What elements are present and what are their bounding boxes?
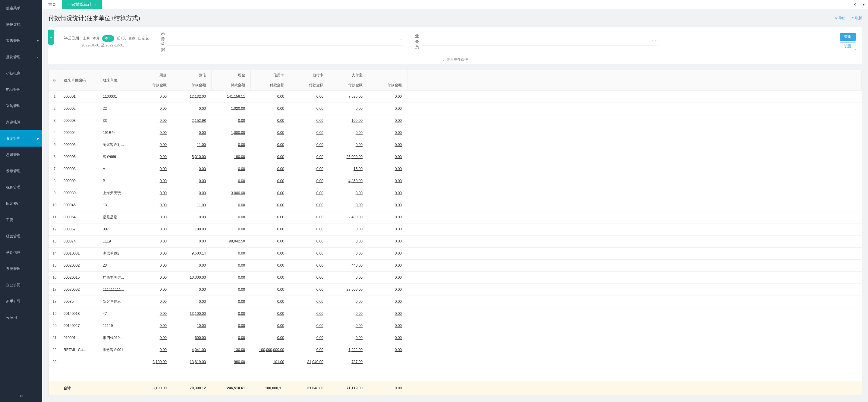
sidebar-item-8[interactable]: 资金管理 (0, 130, 42, 147)
setting-button[interactable]: 设置 (840, 42, 856, 50)
amount-link[interactable]: 0.00 (238, 203, 245, 207)
table-row[interactable]: 1700030002111111111...0.000.000.000.000.… (49, 284, 862, 295)
amount-link[interactable]: 0.00 (355, 143, 363, 147)
sub-header[interactable]: 付款金额 (172, 80, 211, 90)
amount-link[interactable]: 0.00 (238, 299, 245, 304)
amount-link[interactable]: 3,100.00 (153, 360, 167, 364)
amount-link[interactable]: 0.00 (395, 203, 402, 207)
amount-link[interactable]: 0.00 (355, 227, 363, 231)
export-button[interactable]: ⇲ 导出 (834, 16, 846, 21)
table-row[interactable]: 120000670070.00100.000.000.000.000.000.0… (49, 223, 862, 235)
amount-link[interactable]: 980.00 (234, 360, 245, 364)
table-row[interactable]: 100000111000010.0012,132.00141,158.110.0… (49, 90, 862, 103)
amount-link[interactable]: 0.00 (160, 287, 167, 292)
sub-header[interactable]: 付款金额 (133, 80, 172, 90)
amount-link[interactable]: 0.00 (238, 215, 245, 219)
amount-link[interactable]: 0.00 (316, 215, 323, 219)
amount-link[interactable]: 0.00 (160, 299, 167, 304)
group-header[interactable]: 票据 (133, 70, 172, 80)
amount-link[interactable]: 440.00 (351, 263, 363, 267)
amount-link[interactable]: 0.00 (160, 227, 167, 231)
amount-link[interactable]: 0.00 (199, 167, 206, 171)
amount-link[interactable]: 0.00 (395, 143, 402, 147)
amount-link[interactable]: 0.00 (238, 118, 245, 123)
sidebar-item-4[interactable]: 小畅电商 (0, 65, 42, 81)
amount-link[interactable]: 31,040.00 (307, 360, 323, 364)
amount-link[interactable]: 0.00 (316, 348, 323, 352)
amount-link[interactable]: 0.00 (238, 336, 245, 340)
amount-link[interactable]: 0.00 (395, 94, 402, 98)
amount-link[interactable]: 0.00 (355, 203, 363, 207)
amount-link[interactable]: 130.00 (234, 348, 245, 352)
amount-link[interactable]: 0.00 (277, 287, 284, 292)
amount-link[interactable]: 0.00 (238, 143, 245, 147)
amount-link[interactable]: 10.00 (197, 324, 206, 328)
table-row[interactable]: 1300007411190.000.0099,042.500.000.000.0… (49, 235, 862, 247)
amount-link[interactable]: 0.00 (395, 191, 402, 195)
refresh-button[interactable]: ⟳ 刷新 (850, 16, 862, 21)
amount-link[interactable]: 787.00 (351, 360, 363, 364)
query-button[interactable]: 查询 (840, 33, 856, 41)
amount-link[interactable]: 0.00 (277, 179, 284, 183)
group-header[interactable]: 支付宝 (329, 70, 368, 80)
amount-link[interactable]: 0.00 (160, 336, 167, 340)
amount-link[interactable]: 2,152.98 (192, 118, 206, 123)
amount-link[interactable]: 1,222.00 (348, 348, 363, 352)
sidebar-item-3[interactable]: 批发管理▾ (0, 49, 42, 65)
tab-close-all[interactable]: ✕ (850, 0, 859, 9)
amount-link[interactable]: 0.00 (160, 263, 167, 267)
amount-link[interactable]: 0.00 (355, 239, 363, 243)
amount-link[interactable]: 0.00 (355, 275, 363, 280)
sidebar-item-2[interactable]: 零售管理▾ (0, 33, 42, 49)
filter-collapse-toggle[interactable]: » (48, 30, 54, 45)
amount-link[interactable]: 0.00 (277, 191, 284, 195)
amount-link[interactable]: 0.00 (316, 299, 323, 304)
amount-link[interactable]: 0.00 (160, 251, 167, 255)
table-row[interactable]: 1600020015广西丰满进...0.0010,000.000.000.000… (49, 271, 862, 284)
table-row[interactable]: 5000005测试客户对...0.0011.000.000.000.000.00… (49, 139, 862, 151)
amount-link[interactable]: 0.00 (238, 324, 245, 328)
amount-link[interactable]: 0.00 (316, 167, 323, 171)
amount-link[interactable]: 0.00 (277, 155, 284, 159)
amount-link[interactable]: 0.00 (355, 299, 363, 304)
date-opt-4[interactable]: 更多 (128, 36, 135, 41)
amount-link[interactable]: 0.00 (395, 179, 402, 183)
table-row[interactable]: 1900140018470.0013,100.000.000.000.000.0… (49, 308, 862, 320)
amount-link[interactable]: 0.00 (160, 167, 167, 171)
amount-link[interactable]: 0.00 (160, 107, 167, 111)
tab-more[interactable]: ▾ (859, 0, 868, 9)
amount-link[interactable]: 0.00 (160, 203, 167, 207)
amount-link[interactable]: 0.00 (395, 251, 402, 255)
amount-link[interactable]: 0.00 (395, 312, 402, 316)
table-row[interactable]: 2000002220.000.001,020.000.000.000.000.0… (49, 103, 862, 115)
table-row[interactable]: 233,100.0013,619.00980.00101.0031,040.00… (49, 356, 862, 368)
amount-link[interactable]: 0.00 (395, 131, 402, 135)
amount-link[interactable]: 0.00 (160, 215, 167, 219)
amount-link[interactable]: 0.00 (238, 312, 245, 316)
date-opt-0[interactable]: 上月 (83, 36, 90, 41)
amount-link[interactable]: 4,860.00 (348, 179, 363, 183)
sub-header[interactable]: 付款金额 (329, 80, 368, 90)
amount-link[interactable]: 0.00 (160, 239, 167, 243)
amount-link[interactable]: 2,400.00 (348, 215, 363, 219)
amount-link[interactable]: 0.00 (160, 94, 167, 98)
amount-link[interactable]: 0.00 (277, 227, 284, 231)
amount-link[interactable]: 0.00 (316, 324, 323, 328)
sidebar-item-10[interactable]: 发票管理 (0, 163, 42, 179)
amount-link[interactable]: 0.00 (316, 131, 323, 135)
amount-link[interactable]: 0.00 (199, 131, 206, 135)
table-row[interactable]: 7000008A0.000.000.000.000.0015.000.00 (49, 163, 862, 175)
group-header[interactable]: 银行卡 (290, 70, 329, 80)
amount-link[interactable]: 0.00 (316, 227, 323, 231)
sidebar-item-0[interactable]: 搜索菜单 (0, 0, 42, 16)
sidebar-item-1[interactable]: 快捷导航 (0, 16, 42, 33)
amount-link[interactable]: 0.00 (199, 215, 206, 219)
sidebar-item-9[interactable]: 总账管理 (0, 147, 42, 163)
close-icon[interactable]: × (94, 3, 96, 6)
amount-link[interactable]: 0.00 (277, 118, 284, 123)
amount-link[interactable]: 100.00 (195, 227, 206, 231)
amount-link[interactable]: 0.00 (238, 275, 245, 280)
amount-link[interactable]: 0.00 (199, 179, 206, 183)
table-row[interactable]: 2000140027111190.0010.000.000.000.000.00… (49, 320, 862, 332)
amount-link[interactable]: 0.00 (277, 324, 284, 328)
